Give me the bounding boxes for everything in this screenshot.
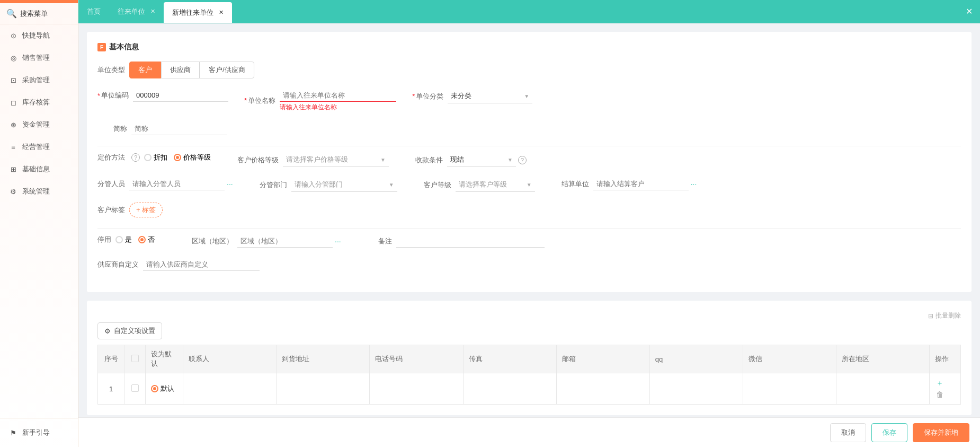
payment-value: 现结 bbox=[450, 155, 505, 164]
section-title: F 基本信息 bbox=[97, 42, 961, 52]
sidebar-item-guide[interactable]: ⚑ 新手引导 bbox=[0, 424, 78, 442]
grid-icon: ⊞ bbox=[8, 164, 18, 174]
payment-help-icon[interactable]: ? bbox=[518, 156, 527, 164]
sidebar-item-inventory[interactable]: ◻ 库存核算 bbox=[0, 91, 78, 113]
tab-new-unit-close[interactable]: ✕ bbox=[219, 9, 224, 16]
customer-price-select[interactable]: 请选择客户价格等级 ▼ bbox=[283, 153, 389, 167]
customer-level-placeholder: 请选择客户等级 bbox=[459, 180, 524, 189]
sidebar-item-quick-nav[interactable]: ⊙ 快捷导航 bbox=[0, 24, 78, 47]
disable-yes-label: 是 bbox=[125, 235, 132, 244]
manager-more-btn[interactable]: ··· bbox=[227, 180, 233, 188]
region-more-btn[interactable]: ··· bbox=[335, 237, 341, 246]
sidebar-item-finance[interactable]: ⊛ 资金管理 bbox=[0, 113, 78, 136]
region-field: 区域（地区） ··· bbox=[192, 235, 341, 248]
pricing-radio-price-level[interactable]: 价格等级 bbox=[174, 153, 211, 162]
category-select[interactable]: 未分类 ▼ bbox=[448, 89, 532, 103]
section-title-text: 基本信息 bbox=[109, 42, 139, 52]
td-phone[interactable] bbox=[370, 373, 463, 405]
manager-field: 分管人员 ··· bbox=[97, 178, 233, 190]
sidebar-item-system[interactable]: ⚙ 系统管理 bbox=[0, 180, 78, 203]
tab-home[interactable]: 首页 bbox=[78, 0, 109, 23]
email-input[interactable] bbox=[562, 385, 644, 393]
select-all-checkbox[interactable] bbox=[131, 355, 139, 362]
cancel-button[interactable]: 取消 bbox=[830, 423, 866, 442]
add-row-button[interactable]: ＋ bbox=[935, 378, 945, 389]
name-input-wrapper: 请输入往来单位名称 bbox=[280, 89, 396, 112]
code-label: 单位编码 bbox=[101, 91, 129, 100]
region-input[interactable] bbox=[237, 235, 333, 248]
td-contact[interactable] bbox=[183, 373, 277, 405]
default-radio[interactable]: 默认 bbox=[151, 384, 177, 393]
remark-input[interactable] bbox=[396, 235, 545, 248]
td-fax[interactable] bbox=[463, 373, 556, 405]
fax-input[interactable] bbox=[469, 385, 551, 393]
th-no: 序号 bbox=[98, 345, 124, 373]
sidebar-item-operations[interactable]: ≡ 经营管理 bbox=[0, 136, 78, 158]
settlement-input[interactable] bbox=[593, 178, 689, 190]
td-email[interactable] bbox=[556, 373, 649, 405]
unit-name-field: * 单位名称 请输入往来单位名称 bbox=[244, 89, 396, 112]
save-button[interactable]: 保存 bbox=[871, 423, 907, 442]
unit-btn-supplier[interactable]: 供应商 bbox=[161, 62, 200, 78]
tab-unit-list[interactable]: 往来单位 ✕ bbox=[109, 0, 164, 23]
td-wechat[interactable] bbox=[743, 373, 836, 405]
custom-settings-button[interactable]: ⚙ 自定义项设置 bbox=[97, 322, 162, 339]
chart-icon: ◎ bbox=[8, 53, 18, 63]
box-icon: ◻ bbox=[8, 98, 18, 107]
customer-level-select[interactable]: 请选择客户等级 ▼ bbox=[456, 178, 535, 192]
short-name-input[interactable] bbox=[131, 122, 227, 135]
sidebar-item-sales[interactable]: ◎ 销售管理 bbox=[0, 47, 78, 69]
wallet-icon: ⊛ bbox=[8, 120, 18, 129]
pricing-radio-discount[interactable]: 折扣 bbox=[144, 153, 167, 162]
tab-new-unit[interactable]: 新增往来单位 ✕ bbox=[164, 2, 232, 23]
flag-icon: ⚑ bbox=[8, 428, 18, 437]
row-region-input[interactable] bbox=[842, 385, 924, 393]
td-address[interactable] bbox=[277, 373, 370, 405]
category-label: 单位分类 bbox=[416, 92, 443, 101]
disable-radio-yes[interactable]: 是 bbox=[115, 235, 132, 244]
add-tag-button[interactable]: + 标签 bbox=[129, 203, 163, 217]
window-close-button[interactable]: ✕ bbox=[958, 0, 980, 23]
td-checkbox bbox=[124, 373, 146, 405]
td-region[interactable] bbox=[836, 373, 930, 405]
code-input[interactable] bbox=[133, 89, 228, 102]
payment-select[interactable]: 现结 ▼ bbox=[447, 153, 516, 167]
basic-info-card: F 基本信息 单位类型 客户 供应商 客户/供应商 * 单位编码 bbox=[87, 32, 972, 292]
wechat-input[interactable] bbox=[749, 385, 831, 393]
sidebar-item-label: 销售管理 bbox=[22, 53, 50, 63]
manager-input[interactable] bbox=[129, 178, 225, 190]
unit-type-label: 单位类型 bbox=[97, 65, 125, 75]
del-row-button[interactable]: 🗑 bbox=[935, 389, 945, 400]
sidebar-item-label: 基础信息 bbox=[22, 164, 50, 174]
settings-gear-icon: ⚙ bbox=[104, 327, 111, 335]
dept-select[interactable]: 请输入分管部门 ▼ bbox=[291, 178, 397, 192]
disable-radio-no[interactable]: 否 bbox=[138, 235, 155, 244]
settlement-more-btn[interactable]: ··· bbox=[691, 180, 697, 188]
search-menu-item[interactable]: 🔍 搜索菜单 bbox=[0, 3, 78, 24]
name-input[interactable] bbox=[280, 89, 396, 102]
sidebar-item-purchase[interactable]: ⊡ 采购管理 bbox=[0, 69, 78, 91]
supplier-custom-field: 供应商自定义 bbox=[97, 258, 260, 271]
th-fax: 传真 bbox=[463, 345, 556, 373]
contact-input[interactable] bbox=[189, 385, 271, 393]
main-area: 首页 往来单位 ✕ 新增往来单位 ✕ ✕ F 基本信息 单位类型 客户 bbox=[78, 0, 980, 447]
category-field: * 单位分类 未分类 ▼ bbox=[412, 89, 532, 103]
pricing-radio-discount-circle bbox=[144, 154, 152, 161]
unit-btn-both[interactable]: 客户/供应商 bbox=[200, 62, 254, 78]
sidebar-item-basic[interactable]: ⊞ 基础信息 bbox=[0, 158, 78, 180]
td-qq[interactable] bbox=[649, 373, 743, 405]
tab-unit-list-close[interactable]: ✕ bbox=[150, 8, 155, 15]
unit-type-field: 单位类型 客户 供应商 客户/供应商 bbox=[97, 62, 254, 78]
qq-input[interactable] bbox=[655, 385, 737, 393]
save-and-new-button[interactable]: 保存并新增 bbox=[913, 423, 969, 442]
supplier-custom-input[interactable] bbox=[143, 258, 260, 271]
tab-new-unit-label: 新增往来单位 bbox=[172, 8, 213, 17]
row-checkbox[interactable] bbox=[131, 384, 139, 392]
batch-delete-button[interactable]: ⊟ 批量删除 bbox=[928, 311, 961, 320]
unit-btn-customer[interactable]: 客户 bbox=[129, 62, 161, 78]
th-action: 操作 bbox=[930, 345, 961, 373]
phone-input[interactable] bbox=[375, 385, 457, 393]
short-name-row: 简称 bbox=[97, 122, 961, 137]
address-input[interactable] bbox=[282, 385, 364, 393]
pricing-help-icon[interactable]: ? bbox=[131, 153, 140, 162]
